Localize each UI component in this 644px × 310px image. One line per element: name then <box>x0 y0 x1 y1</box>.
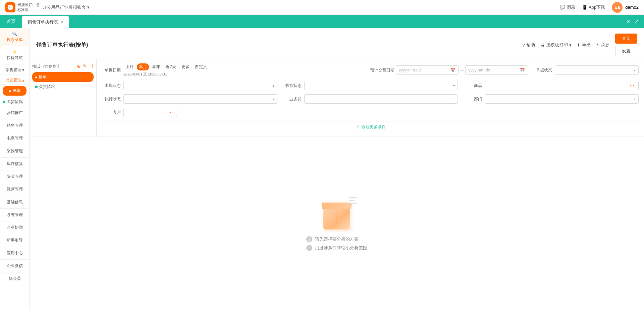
query-button[interactable]: 查询 <box>615 34 637 44</box>
logo: 畅捷通好生意 标准版 <box>5 2 40 12</box>
query-setting-group: 查询 设置 <box>615 34 637 56</box>
sidebar-sub-order[interactable]: ● 按单 <box>3 86 26 96</box>
sidebar-item-appcenter[interactable]: 应用中心 <box>0 247 29 260</box>
tab-close-icon[interactable]: × <box>61 19 63 25</box>
doc-status-select[interactable]: ▾ <box>555 65 639 75</box>
btn-this-year[interactable]: 本年 <box>150 63 162 70</box>
delivery-date-end[interactable]: yyyy-mm-dd 📅 <box>465 65 528 75</box>
sidebar-item-marketing[interactable]: 营销推广 <box>0 107 29 119</box>
receipt-status-field: 收款状态 ▾ <box>283 81 458 90</box>
sidebar-item-sales[interactable]: 销售管理 <box>0 119 29 132</box>
message-button[interactable]: 💬 消息 <box>560 4 575 10</box>
add-scheme-icon[interactable]: ⊕ <box>77 63 81 69</box>
help-button[interactable]: ? 帮助 <box>523 42 535 48</box>
sidebar-item-ecommerce[interactable]: 电商管理 <box>0 132 29 145</box>
chevron-down-icon5: ▾ <box>273 97 274 101</box>
sidebar-item-purchase[interactable]: 采购管理 <box>0 145 29 158</box>
salesperson-more-icon[interactable]: ··· <box>448 96 455 102</box>
receipt-status-label: 收款状态 <box>283 83 302 89</box>
chevron-down-icon2: ▾ <box>634 68 636 72</box>
customer-more-icon[interactable]: ··· <box>167 109 174 115</box>
customer-select[interactable]: ··· <box>123 108 177 117</box>
salesperson-field: 业务员 ··· <box>283 94 458 104</box>
filter-collapse-button[interactable]: 《 收起更多条件 <box>102 121 639 133</box>
scheme-order[interactable]: ● 按单 <box>32 72 94 82</box>
print-button[interactable]: 🖨 按模板打印 ▾ <box>540 42 572 48</box>
sidebar-item-enterprise[interactable]: 企业协同 <box>0 221 29 234</box>
btn-this-month[interactable]: 本月 <box>137 63 149 70</box>
filter-row-3: 执行状态 ▾ 业务员 ··· 部门 <box>102 94 639 104</box>
edit-scheme-icon[interactable]: ✎ <box>83 63 87 69</box>
refresh-button[interactable]: ↻ 刷新 <box>596 42 610 48</box>
out-status-label: 出库状态 <box>102 83 121 89</box>
goods-more-icon[interactable]: ··· <box>629 83 636 89</box>
empty-tip-1: 1 请先选择要分析的方案 <box>306 236 367 242</box>
sidebar-item-wholesale[interactable]: 批发管理 ▴ <box>0 74 29 85</box>
goods-field: 商品 ··· <box>463 81 639 90</box>
export-button[interactable]: ⬇ 导出 <box>577 42 591 48</box>
btn-last-month[interactable]: 上月 <box>123 63 136 70</box>
username: demo2 <box>625 5 639 10</box>
refresh-icon: ↻ <box>596 43 600 48</box>
avatar: Ea <box>612 2 623 13</box>
sidebar-item-basic[interactable]: 基础信息 <box>0 196 29 209</box>
sidebar-item-retail[interactable]: 零售管理 ▾ <box>0 64 29 74</box>
sidebar-item-wechat[interactable]: 企业微信 <box>0 260 29 272</box>
maximize-icon[interactable]: ⤢ <box>634 18 639 25</box>
filter-panel: 按以下方案查询 ⊕ ✎ 《 ● 按单 欠货情况 <box>30 59 644 137</box>
btn-more[interactable]: 更多 <box>179 63 192 70</box>
filter-scheme-panel: 按以下方案查询 ⊕ ✎ 《 ● 按单 欠货情况 <box>30 59 97 137</box>
date-range-text: 2023-03-01 至 2023-03-31 <box>123 72 167 77</box>
app-selector[interactable]: 办公用品行业模拟账套 ▾ <box>42 4 90 10</box>
out-status-select[interactable]: ▾ <box>123 81 277 90</box>
collapse-arrow-icon: 《 <box>355 124 359 129</box>
collapse-scheme-icon[interactable]: 《 <box>89 63 94 69</box>
topbar-right: 💬 消息 📱 App下载 Ea demo2 <box>560 2 639 13</box>
department-select[interactable]: ▾ <box>485 94 639 104</box>
out-status-field: 出库状态 ▾ <box>102 81 277 90</box>
goods-select[interactable]: ··· <box>485 81 639 90</box>
filter-form: 单据日期 上月 本月 本年 近7天 更多 自定义 2023- <box>97 59 644 137</box>
exec-status-field: 执行状态 ▾ <box>102 94 277 104</box>
sidebar-item-member[interactable]: 畅会员 <box>0 272 29 285</box>
dot-icon <box>3 101 5 103</box>
print-arrow-icon: ▾ <box>569 43 572 48</box>
scheme-debt[interactable]: 欠货情况 <box>32 82 94 92</box>
exec-status-select[interactable]: ▾ <box>123 94 277 104</box>
setting-button[interactable]: 设置 <box>615 46 637 56</box>
page-title: 销售订单执行表(按单) <box>36 42 88 49</box>
sidebar-item-newbie[interactable]: 新手引导 <box>0 234 29 247</box>
delivery-date-start[interactable]: yyyy-mm-dd 📅 <box>396 65 459 75</box>
scheme-icons: ⊕ ✎ 《 <box>77 63 94 69</box>
order-date-field: 单据日期 上月 本月 本年 近7天 更多 自定义 2023- <box>102 63 365 77</box>
topbar-left: 畅捷通好生意 标准版 办公用品行业模拟账套 ▾ <box>5 2 90 12</box>
tab-active[interactable]: 销售订单执行表 × <box>22 16 69 28</box>
chevron-down-icon6: ▾ <box>634 97 636 101</box>
user-area[interactable]: Ea demo2 <box>612 2 639 13</box>
receipt-status-select[interactable]: ▾ <box>304 81 458 90</box>
sidebar-item-inventory[interactable]: 库存核算 <box>0 158 29 170</box>
order-date-label: 单据日期 <box>102 67 121 73</box>
close-window-icon[interactable]: ✕ <box>626 18 630 25</box>
sidebar: 🔍 搜索菜单 ⚡ 快捷导航 零售管理 ▾ 批发管理 ▴ ● 按单 欠货情况 营销… <box>0 28 30 310</box>
help-icon: ? <box>523 43 525 48</box>
filter-scheme-header: 按以下方案查询 ⊕ ✎ 《 <box>32 63 94 69</box>
sidebar-item-system[interactable]: 系统管理 <box>0 209 29 221</box>
sidebar-item-operation[interactable]: 经营管理 <box>0 183 29 196</box>
mobile-icon: 📱 <box>582 5 587 10</box>
tab-home[interactable]: 首页 <box>0 15 22 28</box>
tab-label: 销售订单执行表 <box>28 19 58 25</box>
btn-last-7[interactable]: 近7天 <box>164 63 178 70</box>
customer-field: 客户 ··· <box>102 108 177 117</box>
sidebar-item-quick-nav[interactable]: ⚡ 快捷导航 <box>0 46 29 64</box>
sidebar-sub-debt[interactable]: 欠货情况 <box>0 97 29 107</box>
tip-num-2: 2 <box>306 245 312 251</box>
btn-custom[interactable]: 自定义 <box>193 63 209 70</box>
sidebar-item-search[interactable]: 🔍 搜索菜单 <box>0 28 29 46</box>
app-download-button[interactable]: 📱 App下载 <box>582 4 605 10</box>
nav-icon: ⚡ <box>12 50 17 54</box>
salesperson-select[interactable]: ··· <box>304 94 458 104</box>
empty-state: 1 请先选择要分析的方案 2 用过滤条件来缩小分析范围 <box>30 137 644 310</box>
box-top <box>322 203 352 209</box>
sidebar-item-finance[interactable]: 资金管理 <box>0 170 29 183</box>
